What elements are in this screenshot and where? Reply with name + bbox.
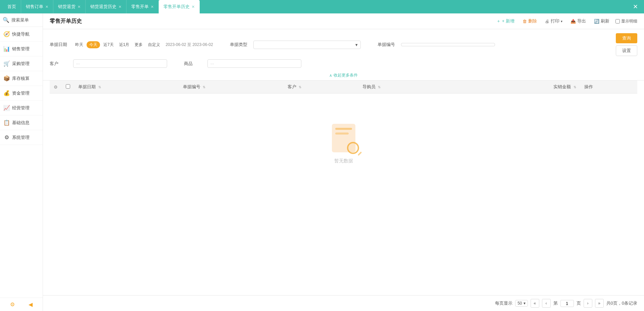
sidebar-item-finance[interactable]: 💰 资金管理: [0, 86, 43, 101]
close-tab-retail-open[interactable]: ✕: [151, 5, 154, 9]
tab-return-history[interactable]: 销货退货历史 ✕: [86, 0, 127, 13]
prev-page-icon: ‹: [546, 301, 547, 306]
display-detail-checkbox-label[interactable]: 显示明细: [615, 18, 637, 24]
type-filter-label: 单据类型: [230, 42, 250, 48]
finance-icon: 💰: [3, 90, 10, 96]
th-customer[interactable]: 客户 ⇅: [284, 81, 358, 94]
tab-retail-history[interactable]: 零售开单历史 ✕: [159, 0, 200, 13]
date-quick-buttons: 昨天 今天 近7天 近1月 更多 自定义 2023-06-02 至 2023-0…: [73, 41, 213, 48]
print-dropdown-icon: ▾: [561, 19, 562, 23]
empty-search-shape: [347, 142, 359, 154]
close-tab-retail-history[interactable]: ✕: [192, 5, 195, 9]
toolbar: ＋ + 新增 🗑 删除 🖨 打印 ▾ 📤 导出 🔄: [494, 17, 637, 25]
delete-button[interactable]: 🗑 删除: [521, 17, 539, 25]
sort-date-icon: ⇅: [98, 85, 101, 89]
th-checkbox[interactable]: [62, 81, 74, 94]
refresh-icon: 🔄: [594, 19, 599, 24]
date-btn-today[interactable]: 今天: [87, 41, 100, 48]
gear-icon[interactable]: ⚙: [54, 85, 58, 90]
first-page-button[interactable]: «: [531, 299, 539, 308]
sidebar-search[interactable]: 🔍 搜索菜单: [0, 13, 43, 27]
date-btn-custom[interactable]: 自定义: [146, 41, 162, 48]
page-word-after: 页: [577, 300, 581, 306]
trash-icon: 🗑: [523, 19, 527, 24]
tab-sales-order[interactable]: 销售订单 ✕: [21, 0, 53, 13]
next-page-button[interactable]: ›: [584, 299, 592, 308]
sidebar-item-inventory[interactable]: 📦 库存核算: [0, 71, 43, 86]
select-all-checkbox[interactable]: [66, 84, 70, 89]
th-number[interactable]: 单据编号 ⇅: [179, 81, 284, 94]
page-header: 零售开单历史 ＋ + 新增 🗑 删除 🖨 打印 ▾ 📤 导出: [43, 13, 644, 29]
th-salesperson[interactable]: 导购员 ⇅: [358, 81, 448, 94]
total-info: 共0页，0条记录: [606, 300, 637, 306]
date-btn-1month[interactable]: 近1月: [117, 41, 132, 48]
goods-filter-label: 商品: [184, 61, 204, 67]
pagination: 每页显示 50 ▾ « ‹ 第 页 › » 共0页，0条记录: [43, 295, 644, 311]
table-area: ⚙ 单据日期 ⇅ 单据编号 ⇅: [43, 81, 644, 295]
date-btn-yesterday[interactable]: 昨天: [73, 41, 85, 48]
display-detail-checkbox[interactable]: [615, 19, 620, 23]
main-layout: 🔍 搜索菜单 🧭 快捷导航 📊 销售管理 🛒 采购管理 📦 库存核算 💰 资金管…: [0, 13, 644, 311]
sidebar-item-basic-info[interactable]: 📋 基础信息: [0, 115, 43, 130]
tab-retail-open[interactable]: 零售开单 ✕: [127, 0, 159, 13]
customer-input[interactable]: ···: [73, 59, 167, 68]
setting-button[interactable]: 设置: [616, 45, 637, 56]
tab-home[interactable]: 首页: [3, 0, 21, 13]
close-tab-return[interactable]: ✕: [78, 5, 81, 9]
date-range-display: 2023-06-02 至 2023-06-02: [165, 42, 213, 48]
date-btn-7days[interactable]: 近7天: [101, 41, 116, 48]
number-input[interactable]: [401, 43, 495, 46]
filter-area: 单据日期 昨天 今天 近7天 近1月 更多 自定义 2023-06-02 至 2…: [43, 29, 644, 81]
type-select[interactable]: ▾: [253, 41, 361, 49]
sidebar-collapse-button[interactable]: ◀: [29, 301, 33, 308]
sales-icon: 📊: [3, 46, 10, 52]
last-page-button[interactable]: »: [595, 299, 604, 308]
th-date[interactable]: 单据日期 ⇅: [74, 81, 179, 94]
date-filter-label: 单据日期: [50, 42, 70, 48]
empty-state: 暂无数据: [50, 94, 637, 191]
per-page-label: 每页显示: [495, 300, 512, 306]
plus-icon: ＋: [496, 18, 501, 24]
page-title: 零售开单历史: [50, 18, 82, 25]
add-button[interactable]: ＋ + 新增: [494, 17, 516, 25]
basic-info-icon: 📋: [3, 119, 10, 126]
first-page-icon: «: [534, 301, 536, 306]
sidebar-item-purchase[interactable]: 🛒 采购管理: [0, 56, 43, 71]
page-size-value: 50: [517, 301, 522, 306]
prev-page-button[interactable]: ‹: [542, 299, 551, 308]
close-tab-return-history[interactable]: ✕: [118, 5, 121, 9]
chevron-down-icon: ▾: [355, 42, 358, 47]
page-word-before: 第: [553, 300, 558, 306]
refresh-button[interactable]: 🔄 刷新: [592, 17, 611, 25]
sidebar-settings-button[interactable]: ⚙: [10, 301, 15, 308]
customer-dots: ···: [76, 61, 80, 66]
page-size-dropdown-icon: ▾: [524, 301, 526, 306]
sidebar: 🔍 搜索菜单 🧭 快捷导航 📊 销售管理 🛒 采购管理 📦 库存核算 💰 资金管…: [0, 13, 43, 311]
collapse-row[interactable]: ∧ 收起更多条件: [50, 71, 637, 80]
filter-actions: 查询 设置: [616, 33, 637, 56]
th-amount[interactable]: 实销金额 ⇅: [476, 81, 580, 94]
page-size-select[interactable]: 50 ▾: [515, 300, 528, 307]
sidebar-item-sales[interactable]: 📊 销售管理: [0, 42, 43, 56]
print-button[interactable]: 🖨 打印 ▾: [543, 17, 564, 25]
th-gear[interactable]: ⚙: [50, 81, 62, 94]
purchase-icon: 🛒: [3, 60, 10, 67]
sidebar-item-system[interactable]: ⚙ 系统管理: [0, 130, 43, 145]
inventory-icon: 📦: [3, 75, 10, 82]
sidebar-item-navigation[interactable]: 🧭 快捷导航: [0, 27, 43, 42]
export-icon: 📤: [571, 19, 576, 24]
sort-customer-icon: ⇅: [299, 85, 301, 89]
tab-return[interactable]: 销货退货 ✕: [53, 0, 86, 13]
print-icon: 🖨: [545, 19, 549, 24]
filter-row-2: 客户 ··· 商品 ···: [50, 59, 637, 68]
sort-salesperson-icon: ⇅: [378, 85, 381, 89]
page-number-input[interactable]: [560, 300, 574, 307]
window-close-button[interactable]: ✕: [630, 2, 641, 12]
goods-input[interactable]: ···: [207, 59, 301, 68]
date-btn-more[interactable]: 更多: [133, 41, 145, 48]
close-tab-sales-order[interactable]: ✕: [45, 5, 48, 9]
operations-icon: 📈: [3, 105, 10, 111]
sidebar-item-operations[interactable]: 📈 经营管理: [0, 101, 43, 115]
query-button[interactable]: 查询: [616, 33, 637, 43]
export-button[interactable]: 📤 导出: [568, 17, 588, 25]
